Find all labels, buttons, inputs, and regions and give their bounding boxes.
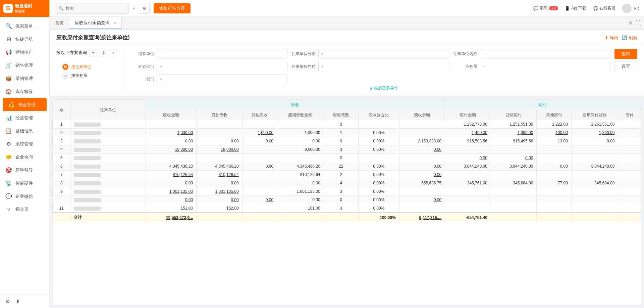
scheme-option-partner[interactable]: 畅 按往来单位 [60,62,123,71]
sidebar-item-basic[interactable]: 📋 基础信息 [0,124,49,137]
logo-sub: 标准版 [15,9,32,14]
sidebar-item-operations[interactable]: 📊 经营管理 [0,111,49,124]
field-salesperson: 业务员 ··· [453,62,610,71]
partner-nature-input[interactable]: ▾ [318,62,449,71]
th-settings[interactable]: ⚙ [53,100,70,120]
sidebar-item-inventory[interactable]: 🏠 库存核算 [0,85,49,98]
message-badge: 99+ [549,6,558,10]
tab-ar-query[interactable]: 应收应付余额查询 × [69,17,122,29]
settlement-unit-input[interactable]: ··· [157,49,287,58]
sidebar-item-member[interactable]: V 畅会员 [0,203,49,216]
th-ap-last: 应付 [618,110,641,120]
online-service-label: 在线客服 [599,5,615,11]
sidebar-label-marketing: 营销推广 [15,49,33,55]
download-icon: 📱 [565,6,570,11]
sidebar-label-purchase: 采购管理 [15,76,33,82]
tab-home[interactable]: 首页 [50,17,69,29]
dept-input[interactable]: ▾ [157,75,287,84]
sidebar-item-search[interactable]: 🔍 搜索菜单 [0,19,49,33]
member-icon: V [5,207,12,212]
sidebar-item-wechat[interactable]: 💬 企业微信 [0,190,49,203]
dept-managed-label: 分管部门 [130,64,154,70]
scheme-selector: 畅 按往来单位 ◎ 按业务员 [56,60,123,83]
sidebar-item-hardware[interactable]: 📡 智能硬件 [0,177,49,190]
close-window-icon[interactable]: ✕ [628,20,633,26]
system-icon: ⚙ [5,141,12,147]
sidebar-label-guide: 新手引导 [15,167,33,173]
partner-category-input[interactable]: ▾ [318,49,449,58]
topbar: 🔍 ▾ ⚙ 体验行业方案 💬 消息 99+ 📱 App下载 🎧 在线客服 Rit [50,0,644,17]
app-download-button[interactable]: 📱 App下载 [565,5,586,11]
total-ar-count [324,213,358,222]
topbar-search-box[interactable]: 🔍 [55,3,129,14]
total-settings-cell [53,213,70,222]
total-ap-amount: -654,751.40 [445,213,491,222]
sidebar-item-purchase[interactable]: 📦 采购管理 [0,72,49,85]
sidebar: B 畅捷通财 标准版 🔍 搜索菜单 ⊞ 快捷导航 📢 营销推广 🛒 销售管理 📦… [0,0,50,308]
collapse-icon: ∧ [370,86,373,91]
sidebar-item-cooperation[interactable]: 🤝 企业协同 [0,150,49,164]
sidebar-label-sales: 销售管理 [15,62,33,69]
th-ar-amount: 应收金额 [146,110,197,120]
th-ar-loan: 贷款应收 [197,110,243,120]
inventory-icon: 🏠 [5,88,12,95]
online-service-button[interactable]: 🎧 在线客服 [593,5,615,11]
sidebar-bottom: ⚙ ⏸ [0,295,49,308]
th-ap-overdue: 超期应付货款 [571,110,618,120]
settings-bottom-icon[interactable]: ⚙ [5,298,10,305]
sidebar-item-sales[interactable]: 🛒 销售管理 [0,59,49,72]
total-ar-prepaid[interactable]: 6,417,215.... [399,213,445,222]
dept-managed-input[interactable]: ▾ [157,62,287,71]
total-ap-overdue [571,213,618,222]
expand-window-icon[interactable]: ⛶ [635,20,641,26]
th-group-ar: 应收 [146,100,445,110]
search-icon: 🔍 [59,6,64,11]
table-row: 64,345,436.204,345,436.200.004,345,436.2… [53,162,641,171]
sidebar-label-finance: 资金管理 [18,102,36,108]
field-partner-name: 往来单位名称 [453,49,610,58]
total-ar-amount[interactable]: 19,553,472,6... [146,213,197,222]
add-scheme-button[interactable]: + [90,49,97,56]
sidebar-item-quicknav[interactable]: ⊞ 快捷导航 [0,33,49,46]
th-group-ap: 应付 [445,100,641,110]
tab-ar-query-label: 应收应付余额查询 [75,20,110,26]
total-ap-other [537,213,571,222]
main-content: 首页 应收应付余额查询 × ✕ ⛶ 应收应付余额查询(按往来单位) ⬆ 导出 🔄… [50,17,644,308]
sidebar-label-operations: 经营管理 [15,115,33,121]
salesperson-input[interactable]: ··· [480,62,610,71]
gear-button[interactable]: ⚙ [139,3,150,14]
tab-close-icon[interactable]: × [114,20,116,25]
settlement-unit-label: 结算单位 [130,51,154,57]
collapse-sidebar-icon[interactable]: ⏸ [15,299,21,305]
filter-section-header: 按以下方案查询 + ◎ « [56,49,123,56]
export-icon: ⬆ [605,35,608,40]
sidebar-item-guide[interactable]: 🎯 新手引导 [0,164,49,177]
filter-layout: 按以下方案查询 + ◎ « 畅 按往来单位 ◎ 按业务员 [56,49,637,92]
app-logo: B 畅捷通财 标准版 [0,0,49,17]
th-ap-amount: 应付金额 [445,110,491,120]
settings-button[interactable]: 设置 [614,61,637,71]
solution-button[interactable]: 体验行业方案 [154,3,191,13]
sidebar-item-marketing[interactable]: 📢 营销推广 [0,46,49,59]
tab-controls: ✕ ⛶ [625,17,644,29]
refresh-button[interactable]: 🔄 刷新 [622,35,637,41]
scheme-option-salesperson[interactable]: ◎ 按业务员 [60,71,123,80]
message-button[interactable]: 💬 消息 99+ [533,5,558,11]
edit-scheme-button[interactable]: ◎ [100,49,107,56]
collapse-scheme-button[interactable]: « [110,49,117,56]
partner-name-input[interactable] [480,49,610,58]
partner-category-label: 往来单位分类 [291,51,316,57]
collapse-filter-button[interactable]: ∧ 收起更多条件 [130,84,637,92]
user-avatar[interactable]: Rit [622,4,639,13]
table-row: 30.000.000.000.0090.00%2,153,333.00915,5… [53,137,641,145]
chevron-down-icon3: ▾ [321,64,323,69]
sidebar-item-system[interactable]: ⚙ 系统管理 [0,137,49,150]
search-icon: 🔍 [5,23,12,29]
hardware-icon: 📡 [5,180,12,186]
total-ar-overdue [277,213,324,222]
export-button[interactable]: ⬆ 导出 [605,35,619,41]
query-button[interactable]: 查询 [614,49,637,59]
sidebar-item-finance[interactable]: 💰 资金管理 [3,98,47,111]
search-input[interactable] [66,6,119,11]
chevron-down-icon[interactable]: ▾ [133,6,135,11]
